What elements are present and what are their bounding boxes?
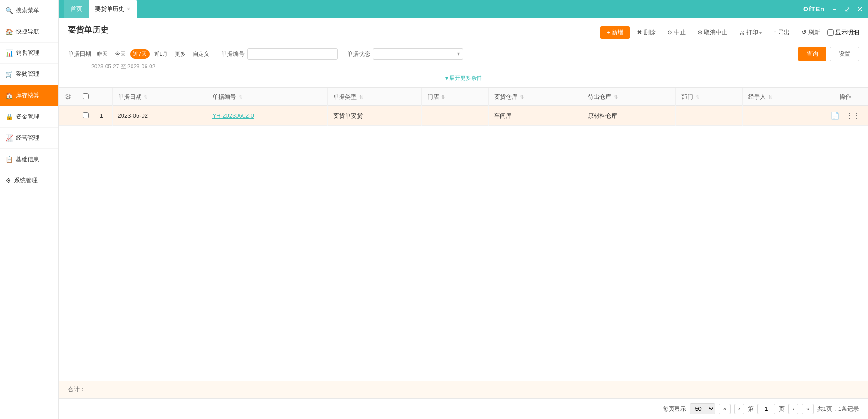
minus-icon[interactable]: － [831, 5, 838, 14]
status-label: 单据状态 [347, 50, 370, 58]
row-more-icon[interactable]: ⋮⋮ [844, 110, 862, 121]
date-filter-group: 单据日期 昨天 今天 近7天 近1月 更多 自定义 [68, 49, 212, 59]
sort-icon-doc-date[interactable]: ⇅ [144, 95, 147, 100]
sidebar-item-label: 经营管理 [16, 134, 39, 142]
sort-icon-pending-warehouse[interactable]: ⇅ [614, 95, 618, 100]
shortcut-yesterday[interactable]: 昨天 [94, 49, 110, 59]
sidebar-item-system[interactable]: ⚙ 系统管理 [0, 170, 58, 191]
lock-icon: 🔒 [5, 113, 13, 120]
data-table: ⚙ 单据日期 ⇅ 单据编号 ⇅ [59, 88, 868, 126]
th-doc-type: 单据类型 ⇅ [328, 88, 421, 106]
gear-icon: ⚙ [5, 177, 11, 184]
pagination-bar: 每页显示 10 20 50 100 « ‹ 第 页 › » 共1页，1条记录 [59, 398, 868, 419]
row-actions: 📄 ⋮⋮ [829, 110, 862, 121]
expand-more-btn[interactable]: ▾ 展开更多条件 [68, 74, 859, 82]
sidebar-search[interactable]: 🔍 搜索菜单 [0, 0, 58, 21]
th-doc-num: 单据编号 ⇅ [207, 88, 327, 106]
td-checkbox[interactable] [77, 106, 94, 126]
th-handler: 经手人 ⇅ [743, 88, 823, 106]
topbar: 首页 要货单历史 × OfTEn － ⤢ ✕ [59, 0, 868, 18]
show-detail-toggle[interactable]: 显示明细 [827, 29, 859, 37]
tab-requisition-label: 要货单历史 [95, 5, 124, 13]
shortcut-more[interactable]: 更多 [172, 49, 189, 59]
td-index: 1 [94, 106, 112, 126]
page-size-select[interactable]: 10 20 50 100 [690, 403, 715, 414]
home-icon: 🏠 [5, 28, 13, 35]
operations-icon: 📈 [5, 134, 13, 142]
page-content: 要货单历史 + 新增 ✖ 删除 ⊘ 中止 ⊗ 取消中止 🖨 🖨 打印 打印 ▾ … [59, 18, 868, 419]
last-page-button[interactable]: » [802, 404, 813, 414]
tab-close-icon[interactable]: × [127, 6, 130, 12]
th-checkbox[interactable] [77, 88, 94, 106]
status-select[interactable] [373, 48, 463, 60]
shortcut-custom[interactable]: 自定义 [190, 49, 212, 59]
shortcut-today[interactable]: 今天 [112, 49, 128, 59]
filter-row: 单据日期 昨天 今天 近7天 近1月 更多 自定义 单据编号 [68, 47, 859, 61]
chevron-down-icon: ▾ [445, 75, 448, 81]
td-store [421, 106, 488, 126]
stop-button[interactable]: ⊘ 中止 [663, 26, 690, 39]
sidebar-item-quick-nav[interactable]: 🏠 快捷导航 [0, 21, 58, 43]
sort-icon-doc-num[interactable]: ⇅ [239, 95, 242, 100]
export-button[interactable]: ↑ 导出 [769, 26, 794, 39]
row-checkbox[interactable] [83, 112, 89, 118]
th-department: 部门 ⇅ [676, 88, 743, 106]
prev-page-button[interactable]: ‹ [734, 404, 744, 414]
print-button[interactable]: 🖨 🖨 打印 打印 ▾ [735, 26, 766, 39]
date-label: 单据日期 [68, 50, 91, 58]
delete-button[interactable]: ✖ 删除 [632, 26, 660, 39]
td-doc-date: 2023-06-02 [112, 106, 207, 126]
page-unit-label: 页 [779, 405, 785, 413]
show-detail-label: 显示明细 [835, 29, 859, 37]
sort-icon-doc-type[interactable]: ⇅ [359, 95, 363, 100]
query-button[interactable]: 查询 [798, 47, 826, 61]
table-row: 1 2023-06-02 YH-20230602-0 要货单要货 [59, 106, 868, 126]
status-filter-group: 单据状态 [347, 48, 466, 60]
row-edit-icon[interactable]: 📄 [829, 110, 841, 121]
sidebar-item-label: 快捷导航 [16, 28, 39, 36]
cancel-stop-button[interactable]: ⊗ 取消中止 [693, 26, 732, 39]
doc-num-input[interactable] [247, 48, 338, 60]
select-all-checkbox[interactable] [83, 93, 89, 99]
th-settings[interactable]: ⚙ [59, 88, 77, 106]
expand-icon[interactable]: ⤢ [844, 5, 850, 14]
page-header: 要货单历史 + 新增 ✖ 删除 ⊘ 中止 ⊗ 取消中止 🖨 🖨 打印 打印 ▾ … [59, 18, 868, 41]
td-doc-num[interactable]: YH-20230602-0 [207, 106, 327, 126]
footer-bar: 合计： [59, 381, 868, 398]
th-store: 门店 ⇅ [421, 88, 488, 106]
date-range-text: 2023-05-27 至 2023-06-02 [91, 63, 155, 70]
shortcut-1month[interactable]: 近1月 [151, 49, 171, 59]
sidebar-item-purchase[interactable]: 🛒 采购管理 [0, 64, 58, 85]
sort-icon-store[interactable]: ⇅ [441, 95, 445, 100]
sidebar-item-sales[interactable]: 📊 销售管理 [0, 43, 58, 64]
th-req-warehouse: 要货仓库 ⇅ [488, 88, 582, 106]
sidebar-item-label: 库存核算 [16, 91, 39, 100]
tab-requisition-history[interactable]: 要货单历史 × [89, 0, 137, 18]
sort-icon-handler[interactable]: ⇅ [769, 95, 772, 100]
refresh-button[interactable]: ↺ 刷新 [797, 26, 825, 39]
sort-icon-req-warehouse[interactable]: ⇅ [520, 95, 524, 100]
expand-more-label: 展开更多条件 [449, 74, 482, 82]
first-page-button[interactable]: « [719, 404, 730, 414]
close-window-icon[interactable]: ✕ [857, 5, 863, 14]
table-wrap: ⚙ 单据日期 ⇅ 单据编号 ⇅ [59, 88, 868, 381]
sidebar-item-finance[interactable]: 🔒 资金管理 [0, 106, 58, 128]
sort-icon-department[interactable]: ⇅ [696, 95, 699, 100]
inventory-icon: 🏠 [5, 92, 13, 99]
current-page-prefix: 第 [748, 405, 754, 413]
shortcut-7days[interactable]: 近7天 [130, 49, 150, 59]
sidebar-search-label: 搜索菜单 [16, 6, 39, 14]
tab-home[interactable]: 首页 [64, 0, 89, 18]
doc-num-filter-group: 单据编号 [221, 48, 338, 60]
page-number-input[interactable] [757, 404, 775, 414]
sidebar-item-operations[interactable]: 📈 经营管理 [0, 128, 58, 149]
new-button[interactable]: + 新增 [600, 26, 630, 39]
next-page-button[interactable]: › [788, 404, 798, 414]
print-icon: 🖨 [739, 29, 745, 36]
sidebar-item-basic-info[interactable]: 📋 基础信息 [0, 149, 58, 170]
show-detail-checkbox[interactable] [827, 29, 834, 36]
set-button[interactable]: 设置 [830, 47, 859, 61]
sidebar-item-inventory[interactable]: 🏠 库存核算 [0, 85, 58, 106]
td-doc-type: 要货单要货 [328, 106, 421, 126]
brand-label: OfTEn [803, 5, 825, 13]
